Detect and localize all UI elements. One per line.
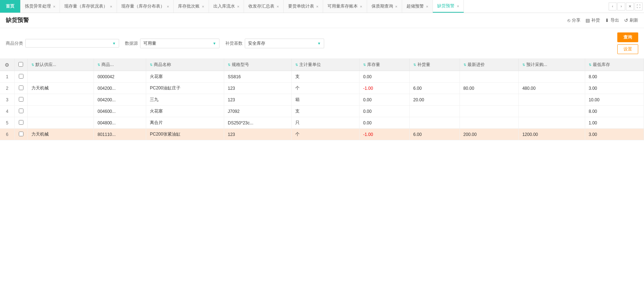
tab-expiry[interactable]: 保质期查询 × [367,0,402,13]
settings-button[interactable]: 设置 [617,44,638,54]
row-checkbox[interactable] [19,120,23,125]
row-checkbox[interactable] [19,132,23,136]
row-unit: 个 [292,83,360,94]
data-table: ⚙ ⇅ 默认供应... ⇅ 商品... [0,59,644,140]
query-button[interactable]: 查询 [617,32,638,42]
row-spec: 123 [224,94,292,106]
col-product-name[interactable]: ⇅ 商品名称 [146,59,224,71]
sort-unit-icon: ⇅ [295,63,298,67]
row-stock-cell: -1.00 [360,129,410,140]
tab-flow[interactable]: 出入库流水 × [209,0,244,13]
replenish-basis-chevron-icon: ▼ [317,41,321,45]
replenish-basis-value: 安全库存 [248,40,265,47]
col-stock[interactable]: ⇅ 库存量 [360,59,410,71]
tab-close-stock-dist[interactable]: × [167,4,169,9]
col-spec[interactable]: ⇅ 规格型号 [224,59,292,71]
page-content: 缺货预警 ⎋ 分享 ▤ 补货 ⬇ 导出 ↺ 刷新 商品分类 [0,13,644,287]
sort-supplier-icon: ⇅ [31,63,34,67]
tab-close-available[interactable]: × [360,4,362,9]
tab-stock-status[interactable]: 现存量（库存状况表） × [60,0,117,13]
tab-close-expiry[interactable]: × [395,4,397,9]
row-checkbox[interactable] [19,97,23,102]
tab-stock-dist[interactable]: 现存量（库存分布表） × [117,0,174,13]
col-unit[interactable]: ⇅ 主计量单位 [292,59,360,71]
row-latest-price [460,106,518,117]
tab-close-exception[interactable]: × [53,4,55,9]
replenish-basis-select[interactable]: 安全库存 ▼ [245,39,324,48]
col-product-code[interactable]: ⇅ 商品... [94,59,146,71]
row-latest-price [460,94,518,106]
row-checkbox-cell [14,106,27,117]
tab-prev-button[interactable]: ‹ [609,3,617,10]
stock-value: -1.00 [363,132,373,137]
tab-available[interactable]: 可用量库存账本 × [323,0,367,13]
tab-overstock[interactable]: 超储预警 × [402,0,433,13]
tab-close-flow[interactable]: × [237,4,239,9]
tab-shortage[interactable]: 缺货预警 × [433,0,464,13]
col-gear[interactable]: ⚙ [0,59,14,71]
refresh-button[interactable]: ↺ 刷新 [624,17,638,23]
row-replenish [409,106,460,117]
row-checkbox-cell [14,129,27,140]
tab-home[interactable]: 首页 [0,0,21,13]
datasource-chevron-icon: ▼ [213,41,216,45]
table-row: 4 004600... 火花塞 J7092 支 0.00 8.00 [0,106,644,117]
row-supplier: 力天机械 [27,129,94,140]
table-body: 1 0000042 火花塞 SS816 支 0.00 8.00 2 力天机械 0… [0,71,644,140]
col-replenish[interactable]: ⇅ 补货量 [409,59,460,71]
row-product-name: 火花塞 [146,71,224,83]
datasource-label: 数据源 [125,40,138,47]
row-product-name: PC200张紧油缸 [146,129,224,140]
row-checkbox[interactable] [19,74,23,79]
tab-demand[interactable]: 要货单统计表 × [284,0,323,13]
row-checkbox[interactable] [19,109,23,113]
datasource-select[interactable]: 可用量 ▼ [140,39,219,48]
replenish-icon: ▤ [586,18,590,23]
row-product-code: 004600... [94,106,146,117]
replenish-basis-label: 补货基数 [225,40,243,47]
tab-close-shortage[interactable]: × [457,4,459,8]
col-supplier[interactable]: ⇅ 默认供应... [27,59,94,71]
row-supplier [27,106,94,117]
tab-close-stock-status[interactable]: × [110,4,112,9]
category-label: 商品分类 [6,40,23,47]
category-chevron-icon: ▼ [112,41,116,45]
export-button[interactable]: ⬇ 导出 [605,17,619,23]
row-unit: 支 [292,106,360,117]
tab-batch[interactable]: 库存批次账 × [174,0,209,13]
datasource-filter-group: 数据源 可用量 ▼ [125,39,219,48]
row-est-purchase [518,106,585,117]
row-product-name: 火花塞 [146,106,224,117]
tab-maximize-button[interactable]: ⛶ [635,3,643,10]
tab-nav: ‹ › ✕ ⛶ [607,3,644,10]
row-num: 2 [0,83,14,94]
tab-next-button[interactable]: › [617,3,625,10]
category-select[interactable]: ▼ [25,39,119,48]
tab-close-overstock[interactable]: × [426,4,428,9]
tab-close-demand[interactable]: × [316,4,318,9]
tab-close-summary[interactable]: × [277,4,279,9]
row-unit: 个 [292,129,360,140]
tab-close-batch[interactable]: × [202,4,204,9]
row-supplier [27,94,94,106]
tab-close-all-button[interactable]: ✕ [626,3,634,10]
table-row: 6 力天机械 801110... PC200张紧油缸 123 个 -1.00 6… [0,129,644,140]
column-settings-icon[interactable]: ⚙ [5,62,9,68]
category-value [29,41,30,46]
tab-summary[interactable]: 收发存汇总表 × [244,0,283,13]
row-product-code: 004200... [94,83,146,94]
share-button[interactable]: ⎋ 分享 [567,17,580,23]
select-all-checkbox[interactable] [18,62,23,67]
row-checkbox[interactable] [19,85,23,90]
col-latest-price[interactable]: ⇅ 最新进价 [460,59,518,71]
row-num: 3 [0,94,14,106]
col-checkbox [14,59,27,71]
row-checkbox-cell [14,71,27,83]
tab-exception[interactable]: 拣货异常处理 × [21,0,60,13]
row-num: 6 [0,129,14,140]
row-supplier: 力天机械 [27,83,94,94]
row-product-name: 离合片 [146,117,224,129]
col-est-purchase[interactable]: ⇅ 预计采购... [518,59,585,71]
col-min-stock[interactable]: ⇅ 最低库存 [585,59,644,71]
replenish-button[interactable]: ▤ 补货 [586,17,600,23]
